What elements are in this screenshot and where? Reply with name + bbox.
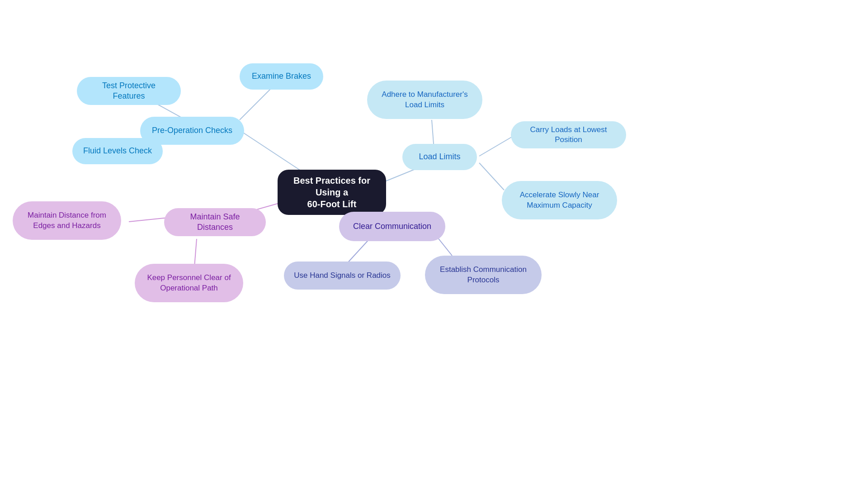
establish-comm-label: Establish Communication Protocols: [434, 265, 533, 285]
accelerate-slowly-node: Accelerate Slowly Near Maximum Capacity: [502, 181, 617, 219]
test-protective-label: Test Protective Features: [86, 81, 172, 102]
use-hand-signals-label: Use Hand Signals or Radios: [294, 271, 391, 281]
examine-brakes-node: Examine Brakes: [240, 63, 323, 90]
adhere-manufacturer-node: Adhere to Manufacturer's Load Limits: [367, 81, 482, 119]
load-limits-node: Load Limits: [402, 144, 477, 170]
keep-personnel-label: Keep Personnel Clear of Operational Path: [144, 273, 234, 293]
svg-line-6: [479, 135, 515, 156]
use-hand-signals-node: Use Hand Signals or Radios: [284, 262, 401, 290]
maintain-distance-edges-label: Maintain Distance from Edges and Hazards: [22, 210, 112, 230]
establish-comm-node: Establish Communication Protocols: [425, 256, 542, 294]
adhere-manufacturer-label: Adhere to Manufacturer's Load Limits: [376, 90, 473, 109]
maintain-safe-distances-label: Maintain Safe Distances: [173, 212, 257, 233]
center-label: Best Practices for Using a 60-Foot Lift: [287, 175, 377, 210]
maintain-distance-edges-node: Maintain Distance from Edges and Hazards: [13, 201, 121, 240]
keep-personnel-node: Keep Personnel Clear of Operational Path: [135, 264, 243, 302]
svg-line-7: [479, 163, 504, 190]
center-node: Best Practices for Using a 60-Foot Lift: [278, 170, 386, 215]
accelerate-slowly-label: Accelerate Slowly Near Maximum Capacity: [511, 190, 608, 210]
carry-loads-node: Carry Loads at Lowest Position: [511, 121, 626, 148]
fluid-levels-node: Fluid Levels Check: [72, 138, 163, 164]
svg-line-10: [194, 239, 197, 267]
test-protective-node: Test Protective Features: [77, 77, 181, 105]
pre-operation-label: Pre-Operation Checks: [152, 125, 232, 136]
load-limits-label: Load Limits: [419, 152, 460, 162]
clear-communication-node: Clear Communication: [339, 212, 445, 241]
clear-communication-label: Clear Communication: [353, 221, 431, 232]
maintain-safe-distances-node: Maintain Safe Distances: [164, 208, 266, 236]
svg-line-12: [346, 238, 371, 265]
fluid-levels-label: Fluid Levels Check: [83, 146, 152, 156]
examine-brakes-label: Examine Brakes: [252, 71, 311, 81]
carry-loads-label: Carry Loads at Lowest Position: [520, 125, 617, 145]
